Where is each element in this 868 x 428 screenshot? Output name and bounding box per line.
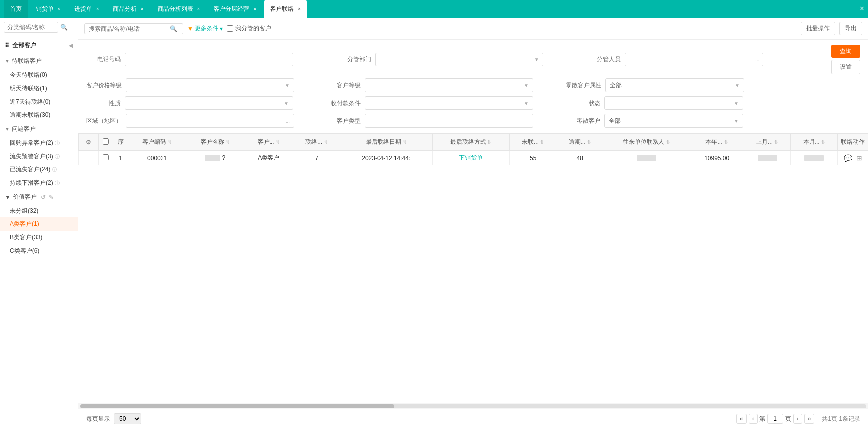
tab-customer-tier-close[interactable]: × <box>253 6 256 12</box>
more-conditions-button[interactable]: ▼ 更多条件 ▾ <box>187 24 223 33</box>
sidebar-group-pending[interactable]: ▼ 待联络客户 <box>0 54 78 68</box>
dept-input[interactable]: ▼ <box>375 53 543 66</box>
col-last-date[interactable]: 最后联络日期 ⇅ <box>340 134 432 151</box>
page-last-button[interactable]: » <box>804 414 814 424</box>
scrollbar-thumb[interactable] <box>80 404 394 408</box>
page-size-select[interactable]: 50 100 200 <box>114 413 141 424</box>
cell-checkbox <box>99 151 113 165</box>
tab-customer-contact-close[interactable]: × <box>298 6 301 12</box>
col-this-year-label: 本年... <box>705 138 722 145</box>
row-name: ? <box>222 154 226 161</box>
col-name-sort-icon: ⇅ <box>226 140 230 145</box>
sidebar-item-today[interactable]: 今天待联络(0) <box>0 68 78 82</box>
tab-purchase-close[interactable]: × <box>96 6 99 12</box>
col-name[interactable]: 客户名称 ⇅ <box>186 134 244 151</box>
status-input[interactable]: ▼ <box>604 96 743 110</box>
filter-field-payment: 收付款条件 ▼ <box>326 96 556 110</box>
sidebar-search-input[interactable] <box>4 22 58 33</box>
table-scroll[interactable]: ⚙ 序 客户编码 ⇅ <box>78 133 868 403</box>
batch-operation-button[interactable]: 批量操作 <box>801 22 835 35</box>
horizontal-scrollbar[interactable] <box>78 403 868 409</box>
col-last-month[interactable]: 上月... ⇅ <box>744 134 791 151</box>
page-number-input[interactable] <box>767 414 783 424</box>
nature-input[interactable]: ▼ <box>125 96 293 110</box>
sidebar-all-customers[interactable]: ⠿ 全部客户 ◀ <box>0 37 78 54</box>
row-index: 1 <box>119 155 122 161</box>
group-problem-label: 问题客户 <box>12 125 36 133</box>
chat-icon[interactable]: 💬 <box>844 154 852 162</box>
retail-input[interactable]: 全部 ▼ <box>604 114 743 128</box>
filter-row-2: 客户价格等级 ▼ 客户等级 ▼ 零散客户属性 全部 <box>86 78 860 92</box>
row-checkbox[interactable] <box>103 154 109 160</box>
tab-sales[interactable]: 销货单 × <box>30 0 66 18</box>
edit-icon[interactable]: ✎ <box>49 194 54 201</box>
sidebar-item-tomorrow[interactable]: 明天待联络(1) <box>0 82 78 95</box>
tab-sales-close[interactable]: × <box>57 6 60 12</box>
search-input[interactable] <box>89 25 168 32</box>
refresh-icon[interactable]: ↺ <box>41 194 46 201</box>
sidebar-item-churned[interactable]: 已流失客户(24) ⓘ <box>0 163 78 176</box>
page-next-button[interactable]: › <box>793 414 802 424</box>
sidebar-item-class-c[interactable]: C类客户(6) <box>0 244 78 258</box>
col-last-method[interactable]: 最后联络方式 ⇅ <box>432 134 509 151</box>
qrcode-icon[interactable]: ⊞ <box>856 154 862 162</box>
customer-tier-input[interactable]: ▼ <box>365 78 533 92</box>
tab-product-analysis-list-close[interactable]: × <box>197 6 200 12</box>
sidebar-item-today-label: 今天待联络(0) <box>10 71 47 79</box>
region-input[interactable]: ... <box>126 114 294 128</box>
sidebar-item-class-a[interactable]: A类客户(1) <box>0 217 78 231</box>
col-type[interactable]: 客户... ⇅ <box>244 134 293 151</box>
sidebar-item-declining[interactable]: 持续下滑客户(2) ⓘ <box>0 176 78 190</box>
sidebar-group-value[interactable]: ▼ 价值客户 ↺ ✎ <box>0 190 78 204</box>
col-this-month[interactable]: 本月... ⇅ <box>791 134 838 151</box>
tab-product-analysis[interactable]: 商品分析 × <box>107 0 150 18</box>
dept-arrow-icon: ▼ <box>534 57 539 62</box>
col-contact-person[interactable]: 往来单位联系人 ⇅ <box>603 134 690 151</box>
price-tier-arrow-icon: ▼ <box>285 83 290 88</box>
tab-product-analysis-list[interactable]: 商品分析列表 × <box>152 0 206 18</box>
customer-type-input[interactable] <box>365 114 533 128</box>
col-this-year[interactable]: 本年... ⇅ <box>690 134 744 151</box>
sidebar-item-class-b[interactable]: B类客户(33) <box>0 231 78 244</box>
sidebar-collapse-btn[interactable]: ◀ <box>69 43 73 48</box>
row-last-method[interactable]: 下销货单 <box>459 154 483 161</box>
tab-home-label: 首页 <box>10 5 22 13</box>
payment-input[interactable]: ▼ <box>365 96 533 110</box>
select-all-checkbox[interactable] <box>103 138 109 145</box>
phone-input[interactable] <box>125 53 293 66</box>
sidebar-item-7days[interactable]: 近7天待联络(0) <box>0 95 78 108</box>
settings-button[interactable]: 设置 <box>831 60 860 74</box>
col-overdue-label: 逾期... <box>569 138 586 145</box>
tab-customer-contact[interactable]: 客户联络 × <box>264 0 307 18</box>
col-contact[interactable]: 联络... ⇅ <box>293 134 340 151</box>
sidebar-search-icon[interactable]: 🔍 <box>60 24 68 31</box>
page-prev-button[interactable]: ‹ <box>749 414 758 424</box>
tab-home[interactable]: 首页 <box>4 0 28 18</box>
info-icon-2: ⓘ <box>55 153 60 160</box>
sidebar-item-churn-warning[interactable]: 流失预警客户(3) ⓘ <box>0 150 78 163</box>
settings-icon[interactable]: ⚙ <box>86 139 91 146</box>
tab-purchase[interactable]: 进货单 × <box>68 0 105 18</box>
query-button[interactable]: 查询 <box>831 45 860 58</box>
my-customers-checkbox[interactable] <box>227 25 233 32</box>
tab-product-analysis-close[interactable]: × <box>141 6 144 12</box>
export-button[interactable]: 导出 <box>839 22 862 35</box>
tab-customer-tier[interactable]: 客户分层经营 × <box>208 0 262 18</box>
page-first-button[interactable]: « <box>736 414 747 424</box>
sidebar-item-overdue-label: 逾期未联络(30) <box>10 111 50 119</box>
sidebar-item-repurchase-abnormal[interactable]: 回购异常客户(2) ⓘ <box>0 136 78 150</box>
search-icon[interactable]: 🔍 <box>170 25 177 32</box>
manager-input[interactable]: ... <box>625 53 763 66</box>
sidebar-item-ungrouped[interactable]: 未分组(32) <box>0 204 78 217</box>
close-all-button[interactable]: × <box>860 4 864 13</box>
sidebar-group-problem[interactable]: ▼ 问题客户 <box>0 122 78 136</box>
col-overdue[interactable]: 逾期... ⇅ <box>556 134 603 151</box>
cell-this-year: 10995.00 <box>690 151 744 165</box>
col-not-contacted[interactable]: 未联... ⇅ <box>509 134 556 151</box>
price-tier-input[interactable]: ▼ <box>126 78 294 92</box>
retail-attr-input[interactable]: 全部 ▼ <box>605 78 744 92</box>
filter-row-3: 性质 ▼ 收付款条件 ▼ 状态 ▼ <box>86 96 860 110</box>
arrow-down-icon2: ▼ <box>5 126 10 132</box>
sidebar-item-overdue[interactable]: 逾期未联络(30) <box>0 108 78 122</box>
col-code[interactable]: 客户编码 ⇅ <box>128 134 186 151</box>
